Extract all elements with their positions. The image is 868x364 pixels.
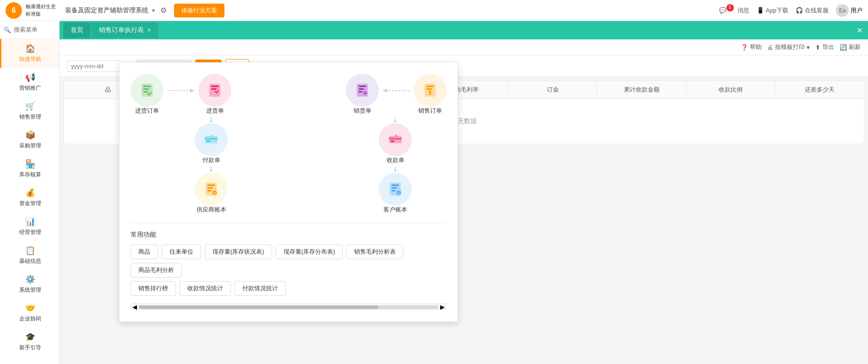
sidebar-item-system[interactable]: ⚙️ 系统管理 [0, 270, 59, 299]
tab-home[interactable]: 首页 [63, 22, 91, 38]
svg-marker-15 [382, 89, 387, 92]
message-btn[interactable]: 💬 5 消息 [719, 6, 749, 15]
sidebar-item-basic[interactable]: 📋 基础信息 [0, 241, 59, 270]
inner-content: ❓ 帮助 🖨 按模板打印 ▾ ⬆ 导出 🔄 刷新 [60, 39, 868, 364]
scroll-right-arrow[interactable]: ▶ [440, 304, 445, 310]
sale-bill-icon [354, 82, 371, 98]
experience-btn[interactable]: 体验行业方案 [174, 4, 224, 17]
down-arrow-supplier: ↓ S 供应商账本 [195, 164, 228, 214]
tab-sales-order-label: 销售订单执行表 [99, 26, 144, 34]
sidebar-search[interactable]: 🔍 搜索菜单 [0, 21, 59, 39]
arrow-left-1 [381, 87, 412, 94]
func-btn-receipt-stat[interactable]: 收款情况统计 [180, 281, 231, 296]
svg-rect-30 [207, 190, 211, 191]
sidebar-item-sales[interactable]: 🛒 销售管理 [0, 97, 59, 125]
sidebar-item-marketing[interactable]: 📢 营销推广 [0, 68, 59, 97]
func-btn-sales-profit[interactable]: 销售毛利分析表 [346, 244, 404, 259]
sidebar-item-purchase[interactable]: 📦 采购管理 [0, 125, 59, 154]
enterprise-icon: 🤝 [25, 303, 35, 313]
sale-bill-label: 销货单 [354, 107, 371, 115]
refresh-icon: 🔄 [840, 44, 847, 51]
col-deposit: 订金 [508, 81, 597, 98]
phone-icon: 📱 [757, 7, 764, 14]
func-btn-stock-dist[interactable]: 现存量(库存分布表) [276, 244, 343, 259]
sidebar-item-operation[interactable]: 📊 经营管理 [0, 212, 59, 241]
headset-icon: 🎧 [796, 7, 803, 14]
func-btn-payment-stat[interactable]: 付款情况统计 [235, 281, 286, 296]
sidebar-item-quick-nav[interactable]: 🏠 快捷导航 [0, 39, 59, 68]
sidebar-item-inventory[interactable]: 🏪 库存核算 [0, 154, 59, 183]
system-title: 装备及固定资产辅助管理系统 [65, 6, 148, 15]
tab-sales-order[interactable]: 销售订单执行表 × [92, 22, 158, 38]
flow-sale-bill[interactable]: 销货单 [346, 74, 379, 115]
marketing-icon: 📢 [25, 72, 35, 82]
svg-rect-11 [359, 88, 364, 90]
customer-ledger-circle: C [379, 173, 412, 206]
tab-close-btn[interactable]: × [147, 27, 151, 33]
func-btn-sales-rank[interactable]: 销售排行榜 [131, 281, 176, 296]
sidebar-label-purchase: 采购管理 [19, 142, 41, 150]
export-icon: ⬆ [815, 44, 820, 51]
col-receipt-ratio: 收款比例 [687, 81, 775, 98]
sidebar-label-basic: 基础信息 [19, 257, 41, 265]
operation-icon: 📊 [25, 217, 35, 227]
receipt-icon: ¥ [387, 131, 404, 148]
flow-purchase-order[interactable]: 进货订单 [131, 74, 164, 115]
sidebar-item-newbie[interactable]: 🎓 新手引导 [0, 327, 59, 356]
logo-area: 6 畅康通好生意 标准版 [5, 2, 65, 19]
app-download-btn[interactable]: 📱 App下载 [757, 6, 788, 15]
window-close-btn[interactable]: ✕ [857, 26, 863, 35]
down-arrow-customer-icon: ↓ [393, 164, 398, 173]
supplier-ledger-circle: S [195, 173, 228, 206]
date-start-input[interactable] [67, 60, 122, 72]
customer-ledger-label: 客户账本 [383, 206, 407, 214]
col-total-received: 累计收款金额 [597, 81, 686, 98]
svg-point-13 [363, 91, 367, 95]
svg-rect-28 [207, 185, 215, 186]
content-area: 首页 销售订单执行表 × ✕ ❓ 帮助 🖨 按模板打印 ▾ [60, 21, 868, 364]
tab-bar: 首页 销售订单执行表 × ✕ [60, 21, 868, 39]
avatar: Ea [836, 4, 849, 17]
refresh-btn[interactable]: 🔄 刷新 [840, 43, 861, 51]
scroll-left-arrow[interactable]: ◀ [132, 304, 137, 310]
func-btn-goods[interactable]: 商品 [131, 244, 158, 259]
help-btn[interactable]: ❓ 帮助 [741, 43, 762, 51]
svg-rect-34 [392, 185, 399, 186]
func-btn-stock-status[interactable]: 现存量(库存状况表) [205, 244, 272, 259]
online-service-btn[interactable]: 🎧 在线客服 [796, 6, 829, 15]
svg-marker-5 [190, 89, 195, 92]
svg-rect-18 [426, 88, 432, 90]
func-btn-partner[interactable]: 往来单位 [162, 244, 201, 259]
col-days-left: 还差多少天 [775, 81, 864, 98]
logo-text: 畅康通好生意 标准版 [26, 3, 56, 17]
scroll-thumb [139, 305, 378, 309]
export-label: 导出 [822, 43, 834, 51]
message-icon: 💬 [719, 7, 726, 14]
settings-btn[interactable]: ⚙ [160, 6, 167, 15]
system-icon: ⚙️ [25, 274, 35, 284]
flow-purchase-bill[interactable]: 进货单 [198, 74, 231, 115]
sidebar-label-system: 系统管理 [19, 286, 41, 294]
receipt-circle: ¥ [379, 123, 412, 156]
scroll-bar[interactable]: ◀ ▶ [131, 303, 447, 310]
flow-sale-order[interactable]: 销售订单 [414, 74, 447, 115]
system-dropdown-btn[interactable]: ▾ [152, 7, 155, 14]
help-label: 帮助 [750, 43, 762, 51]
func-btn-goods-profit[interactable]: 商品毛利分析 [131, 263, 182, 277]
search-icon: 🔍 [4, 27, 11, 33]
dashed-arrow-right-icon [167, 87, 195, 94]
print-btn[interactable]: 🖨 按模板打印 ▾ [767, 43, 810, 51]
sidebar-item-finance[interactable]: 💰 资金管理 [0, 183, 59, 212]
scroll-track[interactable] [139, 305, 438, 309]
sidebar-item-enterprise[interactable]: 🤝 企业协同 [0, 299, 59, 327]
payment-icon: ¥ [203, 131, 219, 148]
func-buttons-row2: 销售排行榜 收款情况统计 付款情况统计 [131, 281, 447, 296]
message-label: 消息 [737, 6, 749, 15]
help-icon: ❓ [741, 44, 748, 51]
svg-rect-29 [207, 187, 213, 189]
export-btn[interactable]: ⬆ 导出 [815, 43, 834, 51]
down-arrow-sale: ↓ ¥ 收款单 [379, 115, 412, 164]
user-area[interactable]: Ea 用户 [836, 4, 863, 17]
purchase-bill-icon [207, 82, 223, 98]
purchase-order-label: 进货订单 [135, 107, 159, 115]
